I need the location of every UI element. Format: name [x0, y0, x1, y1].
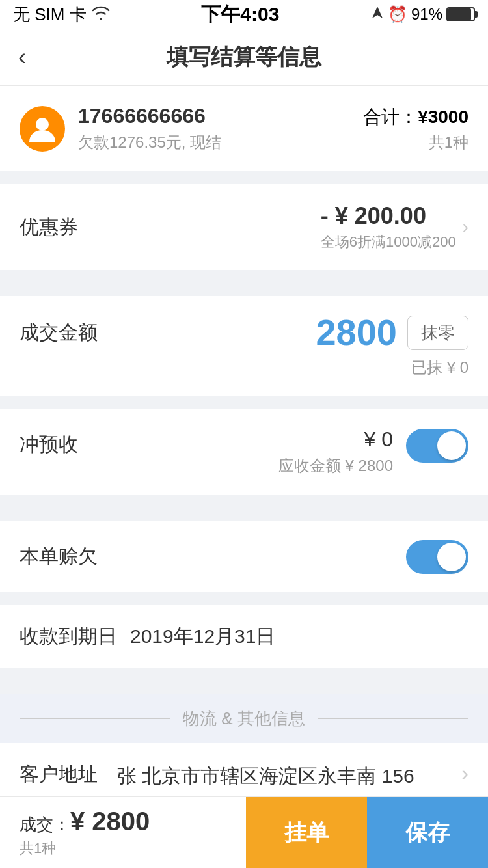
back-button[interactable]: ‹	[18, 44, 26, 71]
total-label: 合计：	[363, 107, 418, 127]
deferred-label: 本单赊欠	[20, 543, 98, 570]
prepay-sub: 应收金额 ¥ 2800	[278, 455, 393, 476]
save-button[interactable]: 保存	[367, 797, 488, 869]
battery-bar	[446, 7, 475, 21]
location-icon	[371, 5, 384, 23]
total-count: 共1种	[363, 132, 468, 153]
section-divider-2	[0, 508, 488, 521]
customer-debt: 欠款1276.35元, 现结	[78, 132, 221, 153]
chevron-right-icon: ›	[463, 217, 468, 237]
status-bar: 无 SIM 卡 下午4:03 ⏰ 91%	[0, 0, 488, 29]
coupon-discount: - ¥ 200.00	[321, 202, 456, 230]
bottom-deal-row: 成交：¥ 2800	[20, 807, 226, 836]
bottom-deal-label: 成交：	[20, 815, 70, 834]
amount-row: 成交金额 2800 抹零	[20, 314, 468, 351]
logistics-header: 物流 & 其他信息	[0, 694, 488, 743]
coupon-right: - ¥ 200.00 全场6折满1000减200 ›	[321, 202, 468, 252]
status-left: 无 SIM 卡	[13, 3, 110, 26]
time-label: 下午4:03	[201, 1, 279, 28]
amount-right: 2800 抹零	[316, 314, 468, 351]
logistics-line-right	[318, 718, 468, 719]
round-off-button[interactable]: 抹零	[407, 316, 468, 350]
alarm-icon: ⏰	[388, 5, 407, 23]
logistics-label: 物流 & 其他信息	[183, 707, 305, 730]
prepay-toggle[interactable]	[406, 429, 468, 463]
bottom-deal-amount: ¥ 2800	[70, 807, 150, 835]
logistics-line-left	[20, 718, 170, 719]
avatar	[20, 106, 65, 152]
duedate-value: 2019年12月31日	[130, 623, 275, 650]
customer-card: 17666666666 欠款1276.35元, 现结 合计：¥3000 共1种	[0, 86, 488, 171]
prepay-label: 冲预收	[20, 427, 78, 458]
content-area: 17666666666 欠款1276.35元, 现结 合计：¥3000 共1种 …	[0, 86, 488, 868]
customer-phone: 17666666666	[78, 104, 221, 128]
total-label-amount: 合计：¥3000	[363, 105, 468, 129]
wifi-icon	[92, 5, 110, 25]
deferred-toggle-knob	[437, 543, 466, 571]
duedate-label: 收款到期日	[20, 623, 117, 650]
svg-point-0	[36, 118, 49, 131]
customer-left: 17666666666 欠款1276.35元, 现结	[20, 104, 221, 153]
section-divider-1	[0, 283, 488, 296]
status-right: ⏰ 91%	[371, 5, 475, 23]
page-title: 填写结算等信息	[167, 42, 321, 72]
battery-fill	[448, 8, 471, 20]
bottom-bar: 成交：¥ 2800 共1种 挂单 保存	[0, 796, 488, 868]
amount-section: 成交金额 2800 抹零 已抹 ¥ 0	[0, 296, 488, 396]
hold-button[interactable]: 挂单	[246, 797, 367, 869]
coupon-info: - ¥ 200.00 全场6折满1000减200	[321, 202, 456, 252]
coupon-detail: 全场6折满1000减200	[321, 232, 456, 252]
deferred-toggle[interactable]	[406, 540, 468, 574]
prepay-row: 冲预收 ¥ 0 应收金额 ¥ 2800	[20, 427, 468, 476]
battery-percent: 91%	[411, 5, 442, 23]
prepay-right: ¥ 0 应收金额 ¥ 2800	[278, 427, 468, 476]
address-chevron-icon: ›	[461, 761, 468, 785]
toggle-knob	[437, 431, 466, 460]
bottom-summary: 成交：¥ 2800 共1种	[0, 807, 246, 858]
customer-info: 17666666666 欠款1276.35元, 现结	[78, 104, 221, 153]
amount-value: 2800	[316, 314, 397, 351]
amount-sub: 已抹 ¥ 0	[20, 357, 468, 378]
carrier-label: 无 SIM 卡	[13, 3, 87, 26]
deferred-section: 本单赊欠	[0, 521, 488, 592]
prepay-amount: ¥ 0	[278, 427, 393, 452]
total-amount: ¥3000	[418, 107, 468, 127]
nav-bar: ‹ 填写结算等信息	[0, 29, 488, 86]
prepay-section: 冲预收 ¥ 0 应收金额 ¥ 2800	[0, 409, 488, 495]
customer-right: 合计：¥3000 共1种	[363, 105, 468, 153]
duedate-section: 收款到期日 2019年12月31日	[0, 605, 488, 668]
coupon-label: 优惠券	[20, 214, 78, 241]
coupon-row[interactable]: 优惠券 - ¥ 200.00 全场6折满1000减200 ›	[0, 184, 488, 270]
address-label: 客户地址	[20, 761, 104, 788]
section-divider-3	[0, 681, 488, 694]
bottom-deal-count: 共1种	[20, 839, 226, 858]
amount-label: 成交金额	[20, 319, 98, 346]
prepay-value-block: ¥ 0 应收金额 ¥ 2800	[278, 427, 393, 476]
